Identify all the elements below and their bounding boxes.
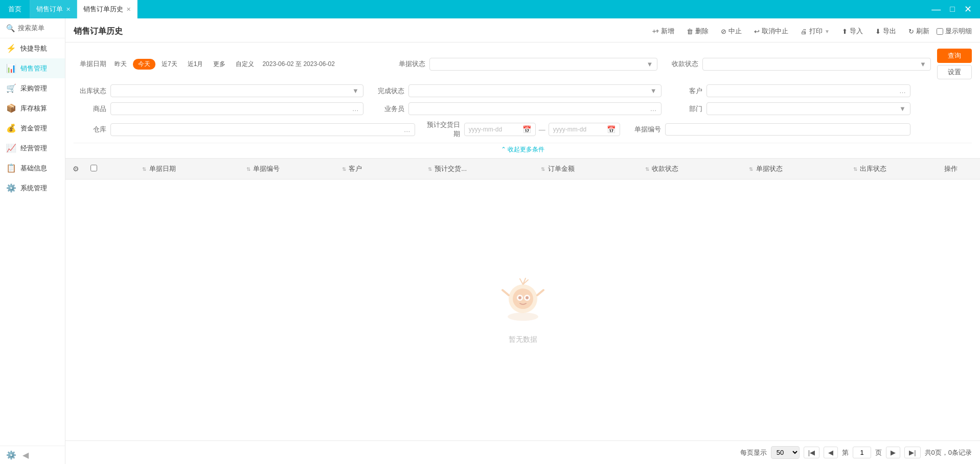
settings-bottom-icon[interactable]: ⚙️ [6,450,16,460]
search-icon: 🔍 [6,24,15,32]
sort-icon-collection: ⇅ [645,166,649,172]
print-button[interactable]: 🖨 打印 ▼ [795,25,835,38]
sidebar-item-finance[interactable]: 💰 资金管理 [0,118,65,138]
purchase-icon: 🛒 [6,83,16,93]
salesperson-select[interactable]: … [408,102,662,115]
sidebar-item-system[interactable]: ⚙️ 系统管理 [0,178,65,198]
table-select-all[interactable] [90,165,97,171]
delete-button[interactable]: 🗑 删除 [681,25,714,38]
date-tab-custom[interactable]: 自定义 [232,59,258,70]
warehouse-select[interactable]: … [110,123,415,136]
window-minimize-btn[interactable]: — [927,4,945,15]
department-label: 部门 [670,104,706,114]
page-title: 销售订单历史 [74,26,123,37]
date-tab-1month[interactable]: 近1月 [184,59,208,70]
goods-select[interactable]: … [110,102,363,115]
delivery-date-placeholder1: yyyy-mm-dd [469,126,502,133]
sidebar-search[interactable]: 🔍 搜索菜单 [0,18,65,38]
filter-section: 单据日期 昨天 今天 近7天 近1月 更多 自定义 2023-06-02 至 2… [65,42,980,159]
completion-status-label: 完成状态 [372,86,408,96]
page-input[interactable] [853,447,871,458]
page-last-btn[interactable]: ▶| [904,447,920,458]
salesperson-dots: … [650,105,657,113]
basics-icon: 📋 [6,163,16,173]
order-status-select[interactable]: ▼ [429,58,658,71]
sort-icon-delivery-status: ⇅ [853,166,857,172]
cancel-stop-button[interactable]: ↩ 取消中止 [749,25,793,38]
stop-button[interactable]: ⊘ 中止 [716,25,747,38]
new-button[interactable]: ＋ + 新增 [646,25,679,38]
completion-status-select[interactable]: ▼ [408,84,662,97]
sidebar: 🔍 搜索菜单 ⚡ 快捷导航 📊 销售管理 🛒 采购管理 📦 库存核算 💰 资金管… [0,18,65,464]
sidebar-item-operations[interactable]: 📈 经营管理 [0,138,65,158]
salesperson-label: 业务员 [372,104,408,114]
col-delivery[interactable]: ⇅ 预计交货... [389,159,506,180]
settings-button[interactable]: 设置 [937,65,972,79]
svg-point-5 [518,296,521,299]
delivery-date-to[interactable]: yyyy-mm-dd 📅 [549,123,620,136]
page-next-btn[interactable]: ▶ [886,447,900,458]
date-tab-more[interactable]: 更多 [209,59,230,70]
delivery-status-label: 出库状态 [74,86,110,96]
display-detail-checkbox[interactable]: 显示明细 [937,27,972,36]
col-number[interactable]: ⇅ 单据编号 [211,159,315,180]
col-delivery-status[interactable]: ⇅ 出库状态 [818,159,922,180]
order-number-input[interactable] [665,123,910,136]
sort-icon-order-status: ⇅ [749,166,753,172]
page-size-select[interactable]: 10 20 50 100 [771,446,800,459]
col-amount[interactable]: ⇅ 订单金额 [506,159,610,180]
sidebar-item-purchase[interactable]: 🛒 采购管理 [0,78,65,98]
page-prev-btn[interactable]: ◀ [824,447,838,458]
calendar-icon-2: 📅 [607,125,616,134]
date-tab-7days[interactable]: 近7天 [157,59,181,70]
page-label-pre: 第 [842,448,849,457]
import-button[interactable]: ⬆ 导入 [837,25,868,38]
col-customer[interactable]: ⇅ 客户 [315,159,389,180]
delivery-date-from[interactable]: yyyy-mm-dd 📅 [464,123,536,136]
sidebar-item-basics[interactable]: 📋 基础信息 [0,158,65,178]
tab-sales-order[interactable]: 销售订单 ✕ [30,0,77,18]
date-tab-yesterday[interactable]: 昨天 [110,59,131,70]
page-first-btn[interactable]: |◀ [804,447,819,458]
print-icon: 🖨 [801,28,807,35]
col-collection-status[interactable]: ⇅ 收款状态 [610,159,714,180]
collection-status-label: 收款状态 [666,59,702,69]
sort-icon-date: ⇅ [142,166,146,172]
close-tab-sales-icon[interactable]: ✕ [66,6,71,13]
date-tab-today[interactable]: 今天 [133,59,155,70]
refresh-button[interactable]: ↻ 刷新 [903,25,935,38]
collection-status-select[interactable]: ▼ [702,58,931,71]
warehouse-dots: … [404,126,411,134]
date-range-display: 2023-06-02 至 2023-06-02 [262,60,334,69]
system-icon: ⚙️ [6,183,16,193]
sidebar-item-quick-nav[interactable]: ⚡ 快捷导航 [0,38,65,58]
table-settings-button[interactable]: ⚙ [72,164,80,174]
tab-sales-history[interactable]: 销售订单历史 ✕ [77,0,138,18]
col-order-status[interactable]: ⇅ 单据状态 [714,159,818,180]
order-status-label: 单据状态 [393,59,429,69]
close-tab-history-icon[interactable]: ✕ [126,6,131,13]
order-number-label: 单据编号 [628,125,665,134]
refresh-icon: ↻ [908,28,914,35]
sidebar-item-inventory[interactable]: 📦 库存核算 [0,98,65,118]
page-header: 销售订单历史 ＋ + 新增 🗑 删除 ⊘ 中止 ↩ [65,18,980,42]
tab-home[interactable]: 首页 [0,0,30,18]
page-label-post: 页 [875,448,882,457]
export-button[interactable]: ⬇ 导出 [870,25,901,38]
completion-status-arrow: ▼ [650,87,657,95]
window-close-btn[interactable]: ✕ [960,4,976,15]
order-status-arrow: ▼ [647,60,653,68]
department-select[interactable]: ▼ [706,102,910,115]
collapse-bar[interactable]: ⌃ 收起更多条件 [74,143,972,156]
collapse-sidebar-icon[interactable]: ◀ [22,450,29,460]
delivery-status-select[interactable]: ▼ [110,84,363,97]
sales-icon: 📊 [6,63,16,73]
customer-select[interactable]: … [706,84,910,97]
col-actions: 操作 [922,159,980,180]
sidebar-item-sales[interactable]: 📊 销售管理 [0,58,65,78]
window-maximize-btn[interactable]: □ [946,4,959,14]
query-button[interactable]: 查询 [937,49,972,63]
display-detail-input[interactable] [937,28,943,35]
page-size-label: 每页显示 [740,448,767,457]
col-date[interactable]: ⇅ 单据日期 [107,159,211,180]
